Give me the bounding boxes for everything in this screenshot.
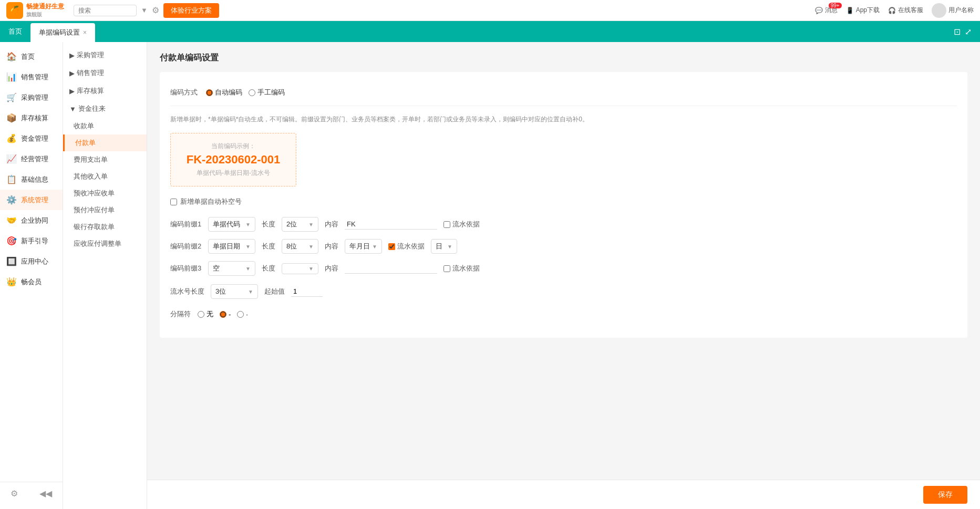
manual-encode-option[interactable]: 手工编码 bbox=[249, 88, 285, 97]
liushui2-select[interactable]: 日 ▼ bbox=[431, 239, 457, 254]
sub-item-other-income[interactable]: 其他收入单 bbox=[63, 168, 147, 185]
tab-settings[interactable]: 单据编码设置 × bbox=[30, 23, 95, 42]
search-input[interactable] bbox=[74, 5, 137, 16]
content2-select[interactable]: 年月日 ▼ bbox=[345, 239, 382, 254]
sep-dot-option[interactable]: · bbox=[237, 310, 248, 318]
sub-sidebar: ▶ 采购管理 ▶ 销售管理 ▶ 库存核算 ▼ 资金往来 收款单 付款单 费用支出… bbox=[63, 42, 147, 509]
trial-button[interactable]: 体验行业方案 bbox=[163, 3, 219, 18]
sidebar-item-basic[interactable]: 📋 基础信息 bbox=[0, 169, 63, 190]
liushui3-checkbox[interactable] bbox=[443, 265, 450, 272]
length1-select[interactable]: 2位 ▼ bbox=[282, 217, 318, 232]
logo-subtitle: 旗舰版 bbox=[26, 11, 64, 18]
sidebar-item-finance[interactable]: 💰 资金管理 bbox=[0, 128, 63, 149]
online-service-button[interactable]: 🎧 在线客服 bbox=[888, 6, 923, 15]
sep-dash-option[interactable]: - bbox=[220, 310, 231, 318]
member-icon: 👑 bbox=[6, 277, 17, 287]
liushui1-option[interactable]: 流水依据 bbox=[443, 220, 480, 229]
content1-label: 内容 bbox=[325, 220, 338, 229]
purchase-icon: 🛒 bbox=[6, 92, 17, 102]
settings-bottom-icon[interactable]: ⚙ bbox=[8, 486, 20, 501]
prefix3-select[interactable]: 空 ▼ bbox=[208, 261, 255, 276]
collapse-icon[interactable]: ◀◀ bbox=[37, 486, 54, 501]
sidebar-item-apps[interactable]: 🔲 应用中心 bbox=[0, 251, 63, 272]
sidebar: 🏠 首页 📊 销售管理 🛒 采购管理 📦 库存核算 💰 资金管理 📈 经营管理 … bbox=[0, 42, 63, 509]
message-button[interactable]: 💬 消息 99+ bbox=[815, 6, 838, 15]
logo-icon: 🍊 bbox=[6, 2, 23, 19]
length2-label: 长度 bbox=[262, 242, 275, 251]
prefix1-row: 编码前缀1 单据代码 ▼ 长度 2位 ▼ 内容 bbox=[170, 217, 957, 232]
separator-label: 分隔符 bbox=[170, 309, 191, 319]
auto-encode-option[interactable]: 自动编码 bbox=[206, 88, 242, 97]
shrink-icon[interactable]: ⊡ bbox=[954, 27, 961, 37]
content3-label: 内容 bbox=[325, 264, 338, 273]
liushui2-checkbox[interactable] bbox=[388, 243, 395, 250]
sub-header-sales[interactable]: ▶ 销售管理 bbox=[63, 64, 147, 82]
auto-encode-radio[interactable] bbox=[206, 89, 213, 96]
sidebar-item-home[interactable]: 🏠 首页 bbox=[0, 46, 63, 67]
liushui2-arrow-icon: ▼ bbox=[447, 244, 452, 250]
prefix3-arrow-icon: ▼ bbox=[245, 266, 251, 272]
tab-close-icon[interactable]: × bbox=[83, 29, 87, 36]
prefix2-row: 编码前缀2 单据日期 ▼ 长度 8位 ▼ 内容 年月日 bbox=[170, 239, 957, 254]
sidebar-item-purchase[interactable]: 🛒 采购管理 bbox=[0, 87, 63, 108]
example-box: 当前编码示例： FK-20230602-001 单据代码-单据日期-流水号 bbox=[170, 133, 296, 186]
prefix2-label: 编码前缀2 bbox=[170, 242, 202, 251]
app-icon: 📱 bbox=[846, 7, 854, 14]
main-layout: 🏠 首页 📊 销售管理 🛒 采购管理 📦 库存核算 💰 资金管理 📈 经营管理 … bbox=[0, 42, 980, 509]
sidebar-item-enterprise[interactable]: 🤝 企业协同 bbox=[0, 210, 63, 231]
manual-encode-radio[interactable] bbox=[249, 89, 255, 96]
length3-select[interactable]: ▼ bbox=[282, 263, 318, 274]
sidebar-item-member[interactable]: 👑 畅会员 bbox=[0, 272, 63, 292]
app-label: App下载 bbox=[856, 6, 880, 15]
topbar-center: ▼ ⚙ 体验行业方案 bbox=[74, 3, 811, 18]
sub-item-expense[interactable]: 费用支出单 bbox=[63, 151, 147, 168]
content3-input[interactable] bbox=[345, 263, 437, 274]
example-label: 当前编码示例： bbox=[181, 142, 285, 151]
sub-item-payment[interactable]: 付款单 bbox=[63, 134, 147, 151]
app-download-button[interactable]: 📱 App下载 bbox=[846, 6, 880, 15]
liushui2-option[interactable]: 流水依据 bbox=[388, 242, 425, 251]
serial-start-label: 起始值 bbox=[264, 287, 285, 296]
sidebar-bottom: ⚙ ◀◀ bbox=[0, 482, 63, 505]
prefix1-arrow-icon: ▼ bbox=[245, 222, 251, 227]
dropdown-arrow-icon[interactable]: ▼ bbox=[141, 6, 148, 14]
prefix1-select[interactable]: 单据代码 ▼ bbox=[208, 217, 255, 232]
content2-label: 内容 bbox=[325, 242, 338, 251]
sub-item-bank[interactable]: 银行存取款单 bbox=[63, 219, 147, 235]
sub-header-purchase[interactable]: ▶ 采购管理 bbox=[63, 46, 147, 64]
sep-none-option[interactable]: 无 bbox=[198, 309, 213, 319]
prefix3-row: 编码前缀3 空 ▼ 长度 ▼ 内容 bbox=[170, 261, 957, 276]
tab-home[interactable]: 首页 bbox=[0, 21, 30, 42]
sidebar-item-system[interactable]: ⚙️ 系统管理 bbox=[0, 190, 63, 210]
sidebar-item-guide[interactable]: 🎯 新手引导 bbox=[0, 231, 63, 251]
serial-length-select[interactable]: 3位 ▼ bbox=[211, 284, 258, 299]
sub-item-prepay-receivable[interactable]: 预收冲应收单 bbox=[63, 185, 147, 202]
sub-header-capital[interactable]: ▼ 资金往来 bbox=[63, 100, 147, 118]
sub-item-adjust[interactable]: 应收应付调整单 bbox=[63, 235, 147, 252]
content-area: 付款单编码设置 编码方式 自动编码 手工编码 bbox=[147, 42, 980, 480]
user-info[interactable]: 用户名称 bbox=[932, 3, 974, 18]
serial-start-input[interactable] bbox=[291, 286, 323, 297]
sidebar-item-inventory[interactable]: 📦 库存核算 bbox=[0, 108, 63, 128]
sub-header-inventory[interactable]: ▶ 库存核算 bbox=[63, 82, 147, 100]
length3-label: 长度 bbox=[262, 264, 275, 273]
sep-dash-radio[interactable] bbox=[220, 311, 226, 318]
sidebar-item-operation[interactable]: 📈 经营管理 bbox=[0, 149, 63, 169]
sub-item-prepay-payable[interactable]: 预付冲应付单 bbox=[63, 202, 147, 219]
expand-icon[interactable]: ⤢ bbox=[965, 27, 972, 37]
liushui3-option[interactable]: 流水依据 bbox=[443, 264, 480, 273]
content1-input[interactable] bbox=[345, 219, 437, 230]
length2-select[interactable]: 8位 ▼ bbox=[282, 239, 318, 254]
sep-dot-radio[interactable] bbox=[237, 311, 244, 318]
gear-icon[interactable]: ⚙ bbox=[152, 5, 159, 15]
save-button[interactable]: 保存 bbox=[923, 486, 967, 504]
sub-item-receipt[interactable]: 收款单 bbox=[63, 118, 147, 134]
sidebar-item-sales[interactable]: 📊 销售管理 bbox=[0, 67, 63, 87]
liushui1-checkbox[interactable] bbox=[443, 221, 450, 228]
length1-arrow-icon: ▼ bbox=[308, 222, 314, 227]
auto-fill-checkbox[interactable] bbox=[170, 199, 177, 205]
page-title: 付款单编码设置 bbox=[160, 53, 967, 64]
sep-none-radio[interactable] bbox=[198, 311, 204, 318]
prefix2-select[interactable]: 单据日期 ▼ bbox=[208, 239, 255, 254]
length3-arrow-icon: ▼ bbox=[308, 266, 314, 272]
